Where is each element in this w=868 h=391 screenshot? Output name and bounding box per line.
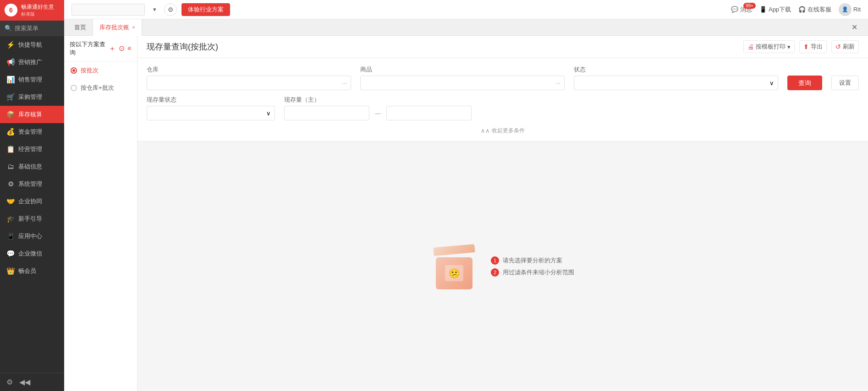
search-row-2: 现存量状态 ∨ 现存量（主） — [147,96,859,120]
wechat-icon: 💬 [6,250,15,258]
filter-settings-icon[interactable]: ⊙ [119,44,125,54]
sidebar-item-operations[interactable]: 📋 经营管理 [0,141,64,158]
tab-close-btn[interactable]: × [132,24,135,31]
sidebar-item-basic-info[interactable]: 🗂 基础信息 [0,158,64,175]
stock-status-label: 现存量状态 [147,96,275,104]
tab-panel-close: ✕ [848,21,864,34]
purchase-icon: 🛒 [6,93,15,101]
sidebar-item-label: 销售管理 [18,76,42,84]
query-button[interactable]: 查询 [787,76,822,90]
sidebar-search[interactable]: 🔍 搜索菜单 [0,21,64,36]
user-avatar-area[interactable]: 👤 Rit [839,3,861,16]
print-button[interactable]: 🖨 按模板打印 ▾ [743,40,795,53]
sidebar-menu: ⚡ 快捷导航 📢 营销推广 📊 销售管理 🛒 采购管理 📦 库存核算 💰 资金管… [0,36,64,373]
search-row-1: 仓库 ··· 商品 ··· 状态 [147,65,859,90]
empty-box-lid [433,244,475,256]
sidebar-item-guide[interactable]: 🎓 新手引导 [0,210,64,228]
print-icon: 🖨 [747,43,754,50]
sidebar-header: 6 畅康通好生意 标准版 [0,0,64,21]
sidebar-item-inventory[interactable]: 📦 库存核算 [0,106,64,123]
settings-button[interactable]: 设置 [831,76,859,90]
sidebar-item-label: 库存核算 [18,110,42,119]
sidebar-item-member[interactable]: 👑 畅会员 [0,262,64,280]
stock-status-field: 现存量状态 ∨ [147,96,275,120]
sidebar-item-navigation[interactable]: ⚡ 快捷导航 [0,36,64,54]
filter-item-warehouse-batch[interactable]: 按仓库+批次 [64,79,137,97]
sidebar-item-enterprise[interactable]: 🤝 企业协同 [0,193,64,210]
product-more-btn[interactable]: ··· [555,80,560,87]
stock-status-arrow: ∨ [266,110,271,117]
online-support-btn[interactable]: 🎧 在线客服 [798,5,831,14]
edition-label: 标准版 [21,11,54,17]
warehouse-more-btn[interactable]: ··· [342,80,347,87]
stock-amount-max-input[interactable] [386,106,472,120]
sidebar-item-marketing[interactable]: 📢 营销推广 [0,54,64,71]
experience-industry-button[interactable]: 体验行业方案 [181,3,230,16]
stock-amount-label: 现存量（主） [284,96,440,104]
settings-footer-icon[interactable]: ⚙ [6,378,13,386]
filter-radio-active [71,67,77,74]
topbar-gear-btn[interactable]: ⚙ [164,3,177,16]
filter-panel-header: 按以下方案查询 ＋ ⊙ « [64,36,137,62]
warehouse-input[interactable]: ··· [147,76,351,90]
topbar-right: 💬 消息 99+ 📱 App下载 🎧 在线客服 👤 Rit [731,3,861,16]
print-dropdown-icon[interactable]: ▾ [787,43,791,50]
sidebar-item-sales[interactable]: 📊 销售管理 [0,71,64,88]
finance-icon: 💰 [6,128,15,136]
sidebar-footer: ⚙ ◀◀ [0,373,64,391]
tabbar: 首页 库存批次账 × ✕ [64,19,868,36]
collapse-label: 收起更多条件 [492,127,525,135]
sidebar-item-system[interactable]: ⚙ 系统管理 [0,175,64,193]
export-label: 导出 [811,43,823,51]
sidebar-item-appstore[interactable]: 📱 应用中心 [0,228,64,245]
headphone-icon: 🎧 [798,6,806,13]
refresh-icon: ↺ [835,43,841,50]
filter-add-icon[interactable]: ＋ [109,44,116,54]
member-icon: 👑 [6,267,15,275]
search-form: 仓库 ··· 商品 ··· 状态 [137,58,868,141]
empty-tip-2-num: 2 [491,268,499,277]
status-select[interactable]: ∨ [574,76,778,90]
page-title-bar: 现存量查询(按批次) 🖨 按模板打印 ▾ ⬆ 导出 ↺ 刷新 [137,36,868,58]
inventory-icon: 📦 [6,110,15,119]
avatar: 👤 [839,3,852,16]
filter-collapse-icon[interactable]: « [127,44,132,54]
product-input[interactable]: ··· [360,76,565,90]
empty-tip-1: 1 请先选择要分析的方案 [491,256,574,265]
topbar-dropdown-btn[interactable]: ▾ [149,5,159,15]
messages-btn[interactable]: 💬 消息 99+ [731,5,752,14]
warehouse-field: 仓库 ··· [147,65,351,90]
sidebar-item-purchase[interactable]: 🛒 采购管理 [0,88,64,106]
sidebar-item-label: 畅会员 [18,267,36,275]
empty-box-face: 😕 [445,265,463,281]
nav-icon: ⚡ [6,41,15,49]
collapse-sidebar-icon[interactable]: ◀◀ [19,378,30,386]
stock-status-select[interactable]: ∨ [147,106,275,120]
empty-text: 1 请先选择要分析的方案 2 用过滤条件来缩小分析范围 [491,256,574,277]
stock-amount-dash: — [375,110,381,117]
sidebar-item-label: 快捷导航 [18,41,42,49]
filter-item-batch-label: 按批次 [81,66,99,75]
tab-home[interactable]: 首页 [68,19,93,36]
sidebar-item-label: 企业微信 [18,250,42,258]
sales-icon: 📊 [6,76,15,84]
filter-panel: 按以下方案查询 ＋ ⊙ « 按批次 按仓库+批次 [64,36,137,391]
collapse-more-conditions[interactable]: ∧∧ 收起更多条件 [147,124,859,137]
panel-close-button[interactable]: ✕ [848,21,861,34]
topbar-search-input[interactable] [71,4,145,16]
export-button[interactable]: ⬆ 导出 [799,40,827,53]
sidebar-item-wechat[interactable]: 💬 企业微信 [0,245,64,262]
filter-item-batch[interactable]: 按批次 [64,62,137,79]
topbar: ▾ ⚙ 体验行业方案 💬 消息 99+ 📱 App下载 🎧 在线客服 👤 Rit [64,0,868,19]
app-download-btn[interactable]: 📱 App下载 [759,5,791,14]
refresh-button[interactable]: ↺ 刷新 [831,40,859,53]
sidebar-item-finance[interactable]: 💰 资金管理 [0,123,64,141]
print-label: 按模板打印 [756,43,786,51]
product-label: 商品 [360,65,565,74]
empty-state: 😕 1 请先选择要分析的方案 2 用过滤条件来缩小分析范围 [137,141,868,391]
empty-illustration: 😕 [431,244,477,289]
filter-actions: ＋ ⊙ « [109,44,132,54]
stock-amount-min-input[interactable] [284,106,369,120]
status-arrow-icon: ∨ [769,80,774,87]
tab-inventory-batch[interactable]: 库存批次账 × [93,19,142,36]
